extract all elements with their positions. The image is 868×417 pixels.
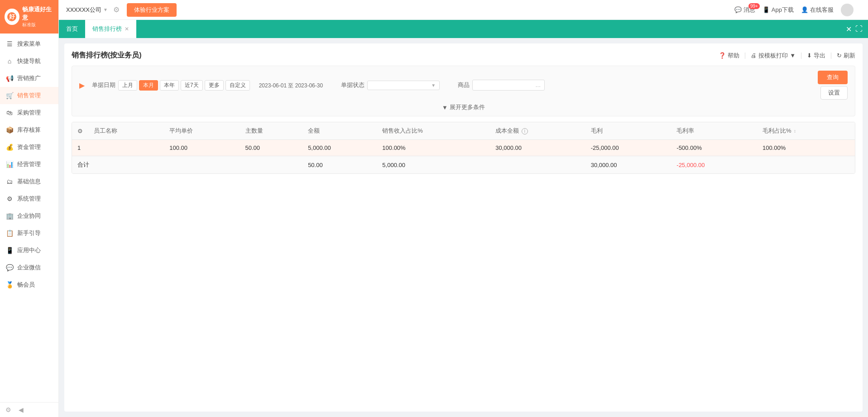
page-wrapper: 销售排行榜(按业务员) ❓ 帮助 🖨 按模板打印 ▼ ⬇ <box>64 43 863 412</box>
help-icon: ❓ <box>719 52 726 59</box>
rankings-table: ⚙ 员工名称 平均单价 主数量 全额 销售收入占比% 成本全额 i 毛利 毛利率 <box>72 122 855 173</box>
sidebar: 好 畅康通好生意 标准版 ☰ 搜索菜单 ⌂ 快捷导航 📢 营销推广 🛒 销售管理… <box>0 0 59 417</box>
print-button[interactable]: 🖨 按模板打印 ▼ <box>751 52 796 60</box>
sidebar-item-enterprise[interactable]: 🏢 企业协同 <box>0 207 58 225</box>
inventory-label: 库存核算 <box>17 126 41 134</box>
cell-quantity: 50.00 <box>240 140 303 156</box>
status-filter: 单据状态 ▼ <box>341 81 440 90</box>
sidebar-collapse-icon[interactable]: ◀ <box>19 406 24 413</box>
goods-input[interactable]: … <box>472 80 545 91</box>
sidebar-logo: 好 畅康通好生意 标准版 <box>0 0 58 34</box>
table-body: 1 100.00 50.00 5,000.00 100.00% 30,000.0… <box>72 140 855 156</box>
th-settings[interactable]: ⚙ <box>72 122 88 140</box>
th-avg-price: 平均单价 <box>164 122 240 140</box>
goods-more-icon[interactable]: … <box>535 82 541 88</box>
enterprise-label: 企业协同 <box>17 212 41 220</box>
sidebar-item-wechat[interactable]: 💬 企业微信 <box>0 259 58 276</box>
footer-avg <box>164 156 240 174</box>
divider3 <box>831 53 831 59</box>
date-btn-custom[interactable]: 自定义 <box>225 80 250 91</box>
table-header-row: ⚙ 员工名称 平均单价 主数量 全额 销售收入占比% 成本全额 i 毛利 毛利率 <box>72 122 855 140</box>
topbar: XXXXXX公司 ▼ ⚙ 体验行业方案 💬 消息 99+ 📱 App下载 👤 在… <box>59 0 868 20</box>
sidebar-item-app-center[interactable]: 📱 应用中心 <box>0 242 58 259</box>
sidebar-item-member[interactable]: 🏅 畅会员 <box>0 276 58 293</box>
query-button[interactable]: 查询 <box>818 71 848 84</box>
cell-gross: -25,000.00 <box>585 140 671 156</box>
sidebar-item-search[interactable]: ☰ 搜索菜单 <box>0 35 58 53</box>
guide-icon: 📋 <box>5 229 14 237</box>
filter-arrow-icon[interactable]: ▶ <box>79 81 85 90</box>
member-label: 畅会员 <box>17 281 35 289</box>
date-btn-current-month[interactable]: 本月 <box>139 80 158 91</box>
cell-avg-price: 100.00 <box>164 140 240 156</box>
filter-bar: ▶ 单据日期 上月 本月 本年 近7天 更多 自定义 <box>72 66 855 116</box>
export-button[interactable]: ⬇ 导出 <box>807 52 825 60</box>
window-close-icon[interactable]: ✕ <box>846 25 852 34</box>
tab-sales-ranking[interactable]: 销售排行榜 ✕ <box>85 20 136 38</box>
sidebar-item-basics[interactable]: 🗂 基础信息 <box>0 173 58 190</box>
th-rank: 员工名称 <box>88 122 164 140</box>
sidebar-item-inventory[interactable]: 📦 库存核算 <box>0 121 58 139</box>
online-service-button[interactable]: 👤 在线客服 <box>801 6 834 14</box>
refresh-button[interactable]: ↻ 刷新 <box>837 52 855 60</box>
cell-amount: 5,000.00 <box>302 140 377 156</box>
expand-icon: ▼ <box>442 104 448 111</box>
date-btn-more[interactable]: 更多 <box>205 80 224 91</box>
tab-close-icon[interactable]: ✕ <box>125 26 129 32</box>
refresh-icon: ↻ <box>837 52 842 59</box>
basics-label: 基础信息 <box>17 177 41 186</box>
sidebar-item-guide[interactable]: 📋 新手引导 <box>0 225 58 242</box>
trial-button[interactable]: 体验行业方案 <box>127 3 177 17</box>
system-label: 系统管理 <box>17 195 41 203</box>
cell-cost: 30,000.00 <box>490 140 585 156</box>
sidebar-item-purchase[interactable]: 🛍 采购管理 <box>0 104 58 121</box>
company-dropdown-arrow: ▼ <box>103 7 108 12</box>
user-avatar[interactable] <box>841 4 854 16</box>
topbar-settings-icon[interactable]: ⚙ <box>113 5 120 14</box>
settings-button[interactable]: 设置 <box>820 86 848 100</box>
operations-icon: 📊 <box>5 160 14 168</box>
sidebar-item-quick-nav[interactable]: ⌂ 快捷导航 <box>0 53 58 70</box>
sidebar-menu: ☰ 搜索菜单 ⌂ 快捷导航 📢 营销推广 🛒 销售管理 🛍 采购管理 📦 库存核… <box>0 34 58 402</box>
app-label: App下载 <box>772 6 794 14</box>
sidebar-item-marketing[interactable]: 📢 营销推广 <box>0 70 58 87</box>
app-download-button[interactable]: 📱 App下载 <box>762 6 794 14</box>
tab-home[interactable]: 首页 <box>59 20 85 38</box>
th-gross-rate: 毛利率 <box>671 122 757 140</box>
content-area: 销售排行榜(按业务员) ❓ 帮助 🖨 按模板打印 ▼ ⬇ <box>59 38 868 417</box>
footer-cost <box>490 156 585 174</box>
quick-nav-icon: ⌂ <box>5 57 14 65</box>
date-buttons: 上月 本月 本年 近7天 更多 自定义 <box>118 80 250 91</box>
guide-label: 新手引导 <box>17 229 41 237</box>
help-button[interactable]: ❓ 帮助 <box>719 52 739 60</box>
sidebar-settings-icon[interactable]: ⚙ <box>5 406 11 413</box>
gross-pct-sort-icon[interactable]: ↕ <box>794 129 796 134</box>
goods-filter: 商品 … <box>458 80 545 91</box>
message-button[interactable]: 💬 消息 99+ <box>734 6 755 14</box>
app-center-icon: 📱 <box>5 246 14 254</box>
filter-collapse-btn[interactable]: ▶ <box>79 81 85 90</box>
system-icon: ⚙ <box>5 195 14 203</box>
message-icon: 💬 <box>734 6 742 13</box>
sidebar-item-operations[interactable]: 📊 经营管理 <box>0 156 58 173</box>
topbar-right: 💬 消息 99+ 📱 App下载 👤 在线客服 <box>734 4 861 16</box>
footer-gross-pct <box>757 156 855 174</box>
sidebar-item-system[interactable]: ⚙ 系统管理 <box>0 190 58 207</box>
window-expand-icon[interactable]: ⛶ <box>855 25 863 33</box>
cost-info-icon[interactable]: i <box>522 128 528 134</box>
th-gross: 毛利 <box>585 122 671 140</box>
date-btn-prev-month[interactable]: 上月 <box>118 80 137 91</box>
logo-sub: 标准版 <box>22 22 54 28</box>
status-select[interactable]: ▼ <box>367 81 440 90</box>
date-btn-year[interactable]: 本年 <box>160 80 179 91</box>
cell-rank: 1 <box>72 140 88 156</box>
company-selector[interactable]: XXXXXX公司 ▼ <box>66 6 108 14</box>
expand-more-button[interactable]: ▼ 展开更多条件 <box>79 103 848 111</box>
sidebar-item-sales[interactable]: 🛒 销售管理 <box>0 87 58 104</box>
sidebar-item-finance[interactable]: 💰 资金管理 <box>0 139 58 156</box>
footer-revenue-pct: 5,000.00 <box>377 156 490 174</box>
date-btn-7days[interactable]: 近7天 <box>181 80 203 91</box>
th-gross-pct: 毛利占比% ↕ <box>757 122 855 140</box>
wechat-label: 企业微信 <box>17 264 41 272</box>
page-actions: ❓ 帮助 🖨 按模板打印 ▼ ⬇ 导出 <box>719 52 855 60</box>
